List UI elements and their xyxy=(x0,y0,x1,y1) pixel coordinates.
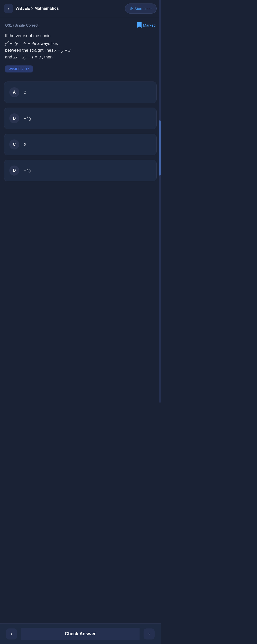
option-c[interactable]: C 0 xyxy=(4,134,157,155)
question-tag: WBJEE 2016 xyxy=(5,65,33,72)
question-line2: y2 − 4y = 4x − 4a xyxy=(5,41,36,46)
option-b[interactable]: B −1⁄2 xyxy=(4,108,157,129)
option-c-text: 0 xyxy=(24,142,26,147)
question-line4b: , then xyxy=(42,55,53,59)
header: ‹ WBJEE > Mathematics ⊙ Start timer xyxy=(0,0,161,17)
option-c-label: C xyxy=(9,139,19,149)
question-line2b: always lies xyxy=(37,41,58,46)
back-button[interactable]: ‹ xyxy=(4,4,13,13)
bottom-spacer xyxy=(0,186,161,206)
timer-icon: ⊙ xyxy=(130,6,133,11)
question-area: Q31 (Single Correct) Marked If the verte… xyxy=(0,17,161,76)
bookmark-icon xyxy=(137,22,142,28)
option-d-text: −1⁄2 xyxy=(24,167,31,174)
scrollbar-thumb[interactable] xyxy=(159,120,161,176)
option-d-label: D xyxy=(9,166,19,176)
question-line3-math: x + y = 3 xyxy=(55,48,71,53)
marked-label: Marked xyxy=(143,23,156,27)
question-line1: If the vertex of the conic xyxy=(5,33,50,38)
question-text: If the vertex of the conic y2 − 4y = 4x … xyxy=(5,32,156,60)
question-meta: Q31 (Single Correct) Marked xyxy=(5,22,156,28)
question-line4: and xyxy=(5,55,13,59)
option-b-label: B xyxy=(9,113,19,123)
question-line4-math: 2x + 2y − 1 = 0 xyxy=(13,55,41,59)
option-a-label: A xyxy=(9,87,19,97)
option-d[interactable]: D −1⁄2 xyxy=(4,160,157,181)
options-area: A 2 B −1⁄2 C 0 D −1⁄2 xyxy=(0,76,161,186)
back-icon: ‹ xyxy=(8,6,9,11)
header-left: ‹ WBJEE > Mathematics xyxy=(4,4,59,13)
question-number: Q31 (Single Correct) xyxy=(5,23,40,27)
option-b-text: −1⁄2 xyxy=(24,115,31,122)
breadcrumb: WBJEE > Mathematics xyxy=(16,6,59,11)
timer-label: Start timer xyxy=(135,7,152,11)
question-line3: between the straight lines xyxy=(5,48,55,53)
start-timer-button[interactable]: ⊙ Start timer xyxy=(125,4,157,14)
option-a[interactable]: A 2 xyxy=(4,82,157,103)
option-a-text: 2 xyxy=(24,90,26,95)
scrollbar-track xyxy=(159,0,161,402)
marked-badge: Marked xyxy=(137,22,156,28)
